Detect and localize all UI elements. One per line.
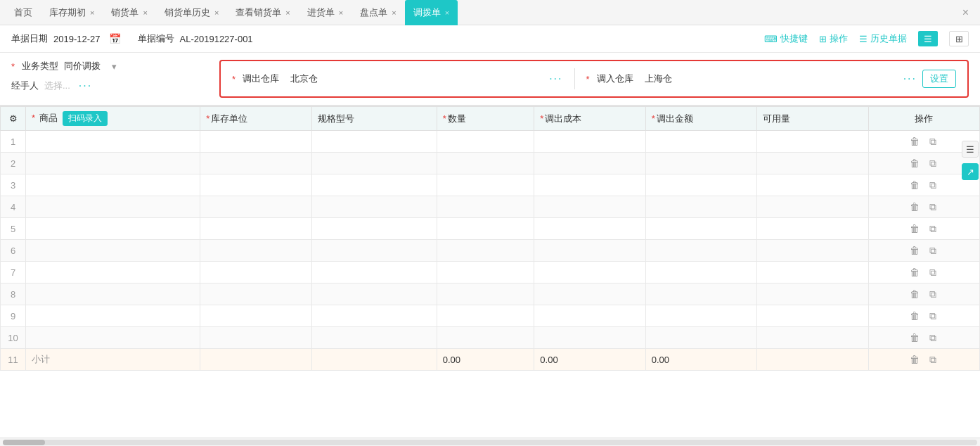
cell-qty[interactable] <box>437 218 534 240</box>
handler-placeholder[interactable]: 选择... <box>44 79 70 92</box>
cell-unit[interactable] <box>200 174 311 196</box>
tab-purchase[interactable]: 进货单 × <box>299 0 352 25</box>
cell-product[interactable] <box>26 218 200 240</box>
cell-spec[interactable] <box>311 327 437 349</box>
cell-qty[interactable] <box>437 153 534 174</box>
delete-btn[interactable]: 🗑 <box>908 134 922 148</box>
copy-btn[interactable]: ⧉ <box>926 222 940 236</box>
cell-spec[interactable] <box>311 305 437 327</box>
cell-cost[interactable] <box>534 131 645 153</box>
cell-amount[interactable] <box>645 240 756 262</box>
delete-btn[interactable]: 🗑 <box>908 309 922 323</box>
cell-cost[interactable] <box>534 327 645 349</box>
cell-available[interactable] <box>757 283 868 305</box>
cell-unit[interactable] <box>200 327 311 349</box>
cell-available[interactable] <box>757 131 868 153</box>
cell-available[interactable] <box>757 174 868 196</box>
warehouse-in-dots[interactable]: ··· <box>903 72 917 85</box>
delete-btn[interactable]: 🗑 <box>908 200 922 214</box>
cell-spec[interactable] <box>311 283 437 305</box>
cell-product[interactable] <box>26 327 200 349</box>
cell-unit[interactable] <box>200 153 311 174</box>
tab-close-stocktake[interactable]: × <box>392 8 396 17</box>
copy-btn[interactable]: ⧉ <box>926 352 940 367</box>
cell-cost[interactable] <box>534 283 645 305</box>
horizontal-scrollbar[interactable] <box>0 438 980 446</box>
cell-available[interactable] <box>757 153 868 174</box>
tab-transfer[interactable]: 调拨单 × <box>405 0 458 25</box>
delete-btn[interactable]: 🗑 <box>908 352 922 367</box>
sidebar-export-icon[interactable]: ↗ <box>962 163 979 180</box>
tab-inventory-init[interactable]: 库存期初 × <box>41 0 103 25</box>
cell-amount[interactable] <box>645 131 756 153</box>
cell-unit[interactable] <box>200 240 311 262</box>
cell-cost[interactable] <box>534 174 645 196</box>
cell-cost[interactable] <box>534 218 645 240</box>
cell-unit[interactable] <box>200 283 311 305</box>
cell-amount[interactable] <box>645 196 756 218</box>
cell-amount[interactable] <box>645 262 756 283</box>
copy-btn[interactable]: ⧉ <box>926 156 940 170</box>
tab-view-sales[interactable]: 查看销货单 × <box>227 0 298 25</box>
tab-close-inventory-init[interactable]: × <box>90 8 94 17</box>
tab-stocktake[interactable]: 盘点单 × <box>352 0 404 25</box>
handler-dots[interactable]: ··· <box>79 79 92 92</box>
cell-available[interactable] <box>757 240 868 262</box>
shortcut-action[interactable]: ⌨ 快捷键 <box>764 32 808 45</box>
cell-qty[interactable] <box>437 305 534 327</box>
tab-home[interactable]: 首页 <box>6 0 41 25</box>
cell-available[interactable] <box>757 262 868 283</box>
tab-close-sales-history[interactable]: × <box>214 8 219 17</box>
business-type-dropdown[interactable]: ▾ <box>112 61 117 72</box>
copy-btn[interactable]: ⧉ <box>926 134 940 148</box>
calendar-icon[interactable]: 📅 <box>109 33 121 44</box>
sidebar-list-icon[interactable]: ☰ <box>962 141 979 158</box>
delete-btn[interactable]: 🗑 <box>908 265 922 279</box>
cell-amount[interactable] <box>645 283 756 305</box>
cell-amount[interactable] <box>645 174 756 196</box>
cell-product[interactable] <box>26 283 200 305</box>
cell-cost[interactable] <box>534 262 645 283</box>
settings-button[interactable]: 设置 <box>922 70 956 88</box>
tab-close-purchase[interactable]: × <box>339 8 343 17</box>
cell-cost[interactable] <box>534 305 645 327</box>
delete-btn[interactable]: 🗑 <box>908 243 922 257</box>
delete-btn[interactable]: 🗑 <box>908 178 922 192</box>
cell-cost[interactable] <box>534 153 645 174</box>
copy-btn[interactable]: ⧉ <box>926 178 940 192</box>
cell-spec[interactable] <box>311 196 437 218</box>
cell-product[interactable] <box>26 305 200 327</box>
copy-btn[interactable]: ⧉ <box>926 287 940 301</box>
cell-unit[interactable] <box>200 196 311 218</box>
cell-qty[interactable] <box>437 327 534 349</box>
tab-close-sales-order[interactable]: × <box>143 8 147 17</box>
cell-spec[interactable] <box>311 131 437 153</box>
delete-btn[interactable]: 🗑 <box>908 331 922 345</box>
cell-product[interactable] <box>26 131 200 153</box>
cell-amount[interactable] <box>645 218 756 240</box>
cell-unit[interactable] <box>200 131 311 153</box>
cell-product[interactable] <box>26 196 200 218</box>
cell-available[interactable] <box>757 196 868 218</box>
cell-qty[interactable] <box>437 283 534 305</box>
cell-amount[interactable] <box>645 153 756 174</box>
history-action[interactable]: ☰ 历史单据 <box>859 32 907 45</box>
scrollbar-thumb[interactable] <box>3 440 45 445</box>
cell-qty[interactable] <box>437 131 534 153</box>
tab-close-view-sales[interactable]: × <box>285 8 290 17</box>
operate-action[interactable]: ⊞ 操作 <box>819 32 848 45</box>
cell-spec[interactable] <box>311 240 437 262</box>
warehouse-out-dots[interactable]: ··· <box>549 72 562 85</box>
cell-available[interactable] <box>757 218 868 240</box>
copy-btn[interactable]: ⧉ <box>926 200 940 214</box>
copy-btn[interactable]: ⧉ <box>926 243 940 257</box>
cell-spec[interactable] <box>311 174 437 196</box>
th-gear[interactable]: ⚙ <box>1 107 26 131</box>
cell-available[interactable] <box>757 305 868 327</box>
table-wrapper[interactable]: ⚙ * 商品 扫码录入 *库存单位 规格型号 *数量 <box>0 106 980 438</box>
cell-cost[interactable] <box>534 240 645 262</box>
cell-amount[interactable] <box>645 327 756 349</box>
cell-product[interactable] <box>26 174 200 196</box>
cell-qty[interactable] <box>437 240 534 262</box>
cell-unit[interactable] <box>200 262 311 283</box>
